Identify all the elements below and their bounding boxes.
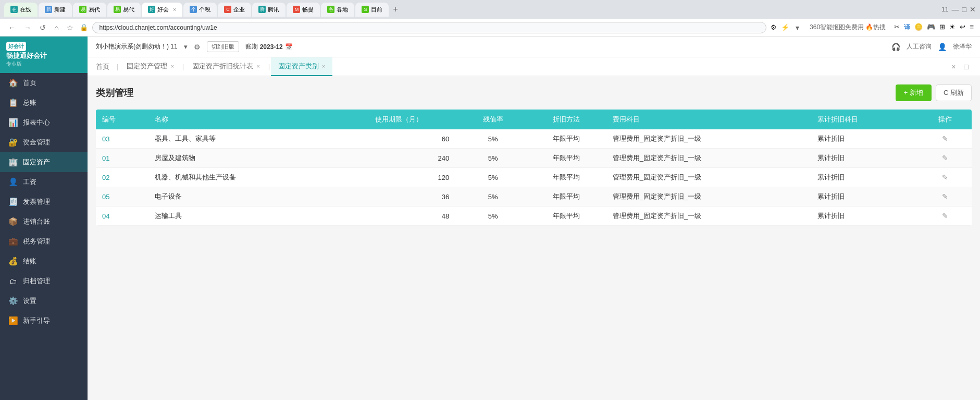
sidebar-item-funds[interactable]: 🔐 资金管理 xyxy=(0,132,88,152)
cell-action[interactable]: ✎ xyxy=(919,207,972,226)
cell-residual: 5% xyxy=(460,168,526,187)
browser-tab-9[interactable]: 各 各地 xyxy=(321,3,354,17)
edit-icon[interactable]: ✎ xyxy=(942,135,948,143)
address-bar: ← → ↺ ⌂ ☆ 🔒 ⚙ ⚡ ▾ 360智能抠图免费用 🔥热搜 ✂ 译 🪙 🎮… xyxy=(0,19,980,37)
sidebar-item-ledger[interactable]: 📋 总账 xyxy=(0,93,88,113)
new-tab-button[interactable]: + xyxy=(390,4,401,15)
tab-close-4[interactable]: × xyxy=(173,6,176,13)
dropdown-arrow[interactable]: ▾ xyxy=(184,43,188,51)
tab-depreciation-report[interactable]: 固定资产折旧统计表 × xyxy=(185,57,267,76)
grid-icon[interactable]: ⊞ xyxy=(939,23,945,32)
browser-tabs-bar: 在 在线 新 新建 易 易代 易 易代 好 好会 × 个 个税 C 企业 腾 xyxy=(0,0,980,19)
browser-tab-3[interactable]: 易 易代 xyxy=(107,3,141,17)
sidebar-label-payroll: 工资 xyxy=(23,177,36,187)
edit-icon[interactable]: ✎ xyxy=(942,154,948,162)
sidebar-item-fixed-assets[interactable]: 🏢 固定资产 xyxy=(0,152,88,172)
coin-icon[interactable]: 🪙 xyxy=(914,23,923,32)
switch-version-button[interactable]: 切到旧版 xyxy=(207,41,239,52)
cell-expense: 管理费用_固定资产折旧_一级 xyxy=(606,207,812,226)
tab-close-fixed-asset-mgmt[interactable]: × xyxy=(170,63,173,69)
sun-icon[interactable]: ☀ xyxy=(949,23,956,32)
sidebar-item-reports[interactable]: 📊 报表中心 xyxy=(0,113,88,132)
cell-action[interactable]: ✎ xyxy=(919,149,972,168)
refresh-button[interactable]: C 刷新 xyxy=(936,84,972,101)
sidebar-item-settings[interactable]: ⚙️ 设置 xyxy=(0,291,88,311)
sidebar-label-funds: 资金管理 xyxy=(23,138,50,147)
reload-button[interactable]: ↺ xyxy=(38,22,48,33)
tab-asset-category[interactable]: 固定资产类别 × xyxy=(271,57,332,76)
browser-tab-7[interactable]: 腾 腾讯 xyxy=(252,3,286,17)
edit-icon[interactable]: ✎ xyxy=(942,173,948,181)
browser-tab-8[interactable]: M 畅提 xyxy=(287,3,320,17)
sidebar-logo: 好会计 xyxy=(6,42,26,51)
table-body: 03 器具、工具、家具等 60 5% 年限平均 管理费用_固定资产折旧_一级 累… xyxy=(96,129,972,226)
cell-residual: 5% xyxy=(460,149,526,168)
home-icon: 🏠 xyxy=(8,78,18,88)
translate-icon[interactable]: 译 xyxy=(904,23,910,32)
cell-accum: 累计折旧 xyxy=(811,149,919,168)
tab-area-close-button[interactable]: × xyxy=(948,62,959,72)
calendar-icon[interactable]: 📅 xyxy=(285,43,293,51)
browser-tab-5[interactable]: 个 个税 xyxy=(183,3,217,17)
cell-action[interactable]: ✎ xyxy=(919,168,972,187)
back-button[interactable]: ← xyxy=(6,22,18,33)
reports-icon: 📊 xyxy=(8,118,18,127)
tab-fixed-asset-mgmt[interactable]: 固定资产管理 × xyxy=(119,57,181,76)
settings-top-icon[interactable]: ⚙ xyxy=(194,43,201,51)
funds-icon: 🔐 xyxy=(8,138,18,147)
cut-tool[interactable]: ✂ xyxy=(894,23,900,32)
add-button[interactable]: + 新增 xyxy=(896,84,932,101)
browser-tab-1[interactable]: 新 新建 xyxy=(39,3,72,17)
close-icon[interactable]: ✕ xyxy=(970,5,976,14)
edit-icon[interactable]: ✎ xyxy=(942,212,948,220)
category-table: 编号 名称 使用期限（月） 残值率 折旧方法 费用科目 累计折旧科目 操作 03… xyxy=(96,110,972,226)
sidebar-item-invoice[interactable]: 🧾 发票管理 xyxy=(0,192,88,212)
sidebar-item-archive[interactable]: 🗂 归档管理 xyxy=(0,271,88,291)
tab-close-asset-category[interactable]: × xyxy=(322,63,325,69)
browser-tab-0[interactable]: 在 在线 xyxy=(4,3,38,17)
sidebar-item-home[interactable]: 🏠 首页 xyxy=(0,73,88,93)
tab-divider-3: | xyxy=(267,63,271,70)
tab-label-asset-category: 固定资产类别 xyxy=(278,62,319,71)
page-actions: + 新增 C 刷新 xyxy=(896,84,972,101)
browser-tab-4[interactable]: 好 好会 × xyxy=(142,3,182,17)
address-input[interactable] xyxy=(92,22,766,33)
cell-months: 36 xyxy=(339,187,460,207)
tab-close-depreciation-report[interactable]: × xyxy=(256,63,259,69)
browser-tab-6[interactable]: C 企业 xyxy=(218,3,251,17)
ai-consult[interactable]: 人工咨询 xyxy=(907,42,932,51)
minimize-icon[interactable]: — xyxy=(952,5,959,14)
main-content: 刘小艳演示系(勿删勿动！) 11 ▾ ⚙ 切到旧版 账期 2023-12 📅 🎧… xyxy=(88,37,980,400)
tab-window-controls: × □ xyxy=(948,62,972,72)
cell-months: 48 xyxy=(339,207,460,226)
username-label: 徐泽华 xyxy=(953,42,972,51)
sidebar-label-settings: 设置 xyxy=(23,296,36,306)
breadcrumb-home[interactable]: 首页 xyxy=(96,62,116,71)
sidebar-item-sales[interactable]: 📦 进销台账 xyxy=(0,212,88,232)
cell-action[interactable]: ✎ xyxy=(919,129,972,149)
tab-area-maximize-button[interactable]: □ xyxy=(961,62,972,72)
cell-accum: 累计折旧 xyxy=(811,187,919,207)
forward-button[interactable]: → xyxy=(22,22,33,33)
cell-action[interactable]: ✎ xyxy=(919,187,972,207)
undo-icon[interactable]: ↩ xyxy=(960,23,965,32)
game-icon[interactable]: 🎮 xyxy=(927,23,935,32)
sidebar-item-tax[interactable]: 💼 税务管理 xyxy=(0,232,88,251)
browser-tab-10[interactable]: S 目前 xyxy=(355,3,389,17)
top-bar: 刘小艳演示系(勿删勿动！) 11 ▾ ⚙ 切到旧版 账期 2023-12 📅 🎧… xyxy=(88,37,980,57)
site-tools-icon[interactable]: ⚙ xyxy=(771,23,777,31)
dropdown-button[interactable]: ▾ xyxy=(793,22,801,33)
edit-icon[interactable]: ✎ xyxy=(942,192,948,201)
more-icon[interactable]: ≡ xyxy=(970,23,974,32)
star-button[interactable]: ☆ xyxy=(65,22,76,33)
sidebar-item-close-period[interactable]: 💰 结账 xyxy=(0,251,88,271)
browser-tab-2[interactable]: 易 易代 xyxy=(73,3,106,17)
archive-icon: 🗂 xyxy=(8,276,18,286)
sidebar-item-payroll[interactable]: 👤 工资 xyxy=(0,172,88,192)
lightning-icon[interactable]: ⚡ xyxy=(781,23,789,31)
sidebar-label-guide: 新手引导 xyxy=(23,316,50,325)
maximize-icon[interactable]: □ xyxy=(962,5,966,14)
home-button[interactable]: ⌂ xyxy=(52,22,60,33)
cell-method: 年限平均 xyxy=(526,129,606,149)
sidebar-item-guide[interactable]: ▶️ 新手引导 xyxy=(0,311,88,331)
